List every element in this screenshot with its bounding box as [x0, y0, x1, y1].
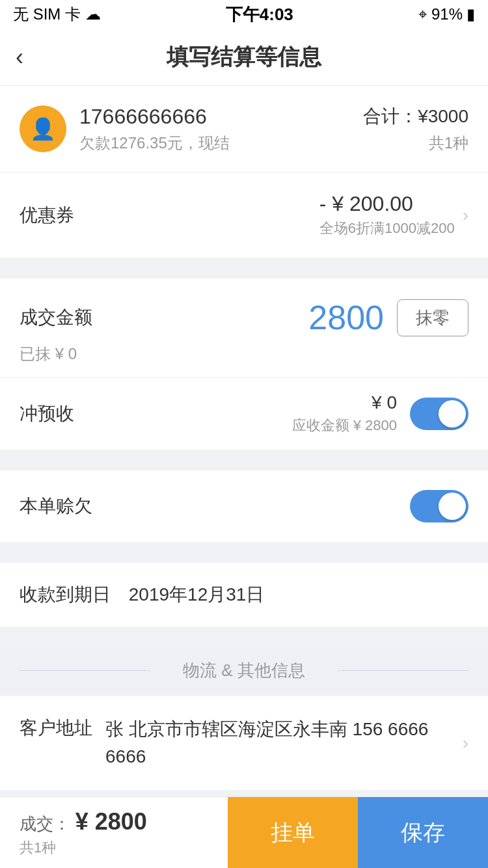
status-bar: 无 SIM 卡 ☁ 下午4:03 ⌖ 91% ▮	[0, 0, 488, 29]
prepaid-subtext: 应收金额 ¥ 2800	[292, 416, 397, 435]
round-button[interactable]: 抹零	[397, 299, 468, 336]
content-area: 👤 17666666666 欠款1276.35元，现结 合计：¥3000 共1种…	[0, 86, 488, 868]
customer-total: 合计：¥3000	[363, 104, 468, 129]
coupon-right: - ¥ 200.00 全场6折满1000减200 ›	[319, 192, 468, 238]
bottom-summary: 成交： ¥ 2800 共1种	[0, 808, 228, 858]
address-card: 客户地址 张 北京市市辖区海淀区永丰南 156 6666 6666 ›	[0, 696, 488, 790]
debt-toggle[interactable]	[410, 490, 468, 522]
prepaid-label: 冲预收	[20, 401, 74, 426]
customer-right: 合计：¥3000 共1种	[363, 104, 468, 154]
section-header: 物流 & 其他信息	[0, 647, 488, 694]
coupon-row[interactable]: 优惠券 - ¥ 200.00 全场6折满1000减200 ›	[0, 172, 488, 258]
coupon-label: 优惠券	[20, 203, 74, 228]
debt-label: 本单赊欠	[20, 494, 92, 519]
section-line-left	[20, 670, 150, 671]
address-row[interactable]: 客户地址 张 北京市市辖区海淀区永丰南 156 6666 6666 ›	[0, 696, 488, 790]
divider-4	[0, 637, 488, 647]
duedate-card: 收款到期日 2019年12月31日	[0, 563, 488, 627]
customer-subtext: 欠款1276.35元，现结	[79, 133, 230, 154]
duedate-label: 收款到期日	[20, 584, 111, 604]
status-bar-left: 无 SIM 卡 ☁	[13, 4, 101, 25]
bottom-deal-amount: ¥ 2800	[75, 808, 147, 835]
chevron-right-icon: ›	[463, 205, 468, 226]
address-value: 张 北京市市辖区海淀区永丰南 156 6666 6666	[105, 716, 450, 770]
customer-row: 👤 17666666666 欠款1276.35元，现结 合计：¥3000 共1种	[0, 86, 488, 172]
back-button[interactable]: ‹	[16, 44, 23, 71]
nav-bar: ‹ 填写结算等信息	[0, 29, 488, 86]
avatar: 👤	[20, 105, 66, 152]
bottom-deal-row: 成交： ¥ 2800	[20, 808, 208, 835]
location-icon: ⌖	[418, 5, 427, 23]
coupon-description: 全场6折满1000减200	[319, 219, 455, 238]
debt-row: 本单赊欠	[0, 470, 488, 542]
page-title: 填写结算等信息	[167, 42, 321, 72]
customer-card: 👤 17666666666 欠款1276.35元，现结 合计：¥3000 共1种…	[0, 86, 488, 258]
status-bar-right: ⌖ 91% ▮	[418, 5, 475, 23]
bottom-deal-count: 共1种	[20, 838, 208, 858]
customer-phone: 17666666666	[79, 105, 230, 129]
prepaid-row: 冲预收 ¥ 0 应收金额 ¥ 2800	[0, 377, 488, 450]
battery-icon: ▮	[467, 5, 475, 23]
divider-1	[0, 268, 488, 278]
amount-row: 成交金额 2800 抹零	[0, 278, 488, 344]
duedate-row: 收款到期日 2019年12月31日	[0, 563, 488, 627]
prepaid-toggle[interactable]	[410, 398, 468, 430]
prepaid-right: ¥ 0 应收金额 ¥ 2800	[292, 392, 468, 435]
deal-amount-card: 成交金额 2800 抹零 已抹 ¥ 0 冲预收 ¥ 0 应收金额 ¥ 2800	[0, 278, 488, 450]
save-button[interactable]: 保存	[358, 797, 488, 869]
prepaid-amount: ¥ 0 应收金额 ¥ 2800	[292, 392, 397, 435]
coupon-discount: - ¥ 200.00	[319, 192, 455, 216]
battery-text: 91%	[431, 5, 463, 23]
deal-amount-label: 成交金额	[20, 305, 92, 330]
coupon-info: - ¥ 200.00 全场6折满1000减200	[319, 192, 455, 238]
customer-info: 17666666666 欠款1276.35元，现结	[79, 105, 230, 154]
debt-card: 本单赊欠	[0, 470, 488, 542]
bottom-bar: 成交： ¥ 2800 共1种 挂单 保存	[0, 796, 488, 868]
bottom-deal-label: 成交：	[20, 814, 70, 834]
address-chevron-icon: ›	[463, 733, 468, 753]
section-line-right	[338, 670, 468, 671]
section-header-text: 物流 & 其他信息	[183, 659, 305, 682]
customer-count: 共1种	[363, 133, 468, 154]
deal-amount-value: 2800	[308, 298, 384, 337]
prepaid-amount-value: ¥ 0	[292, 392, 397, 413]
duedate-value: 2019年12月31日	[129, 584, 265, 604]
hold-button[interactable]: 挂单	[228, 797, 358, 869]
status-bar-time: 下午4:03	[226, 3, 293, 26]
customer-left: 👤 17666666666 欠款1276.35元，现结	[20, 105, 230, 154]
amount-sub: 已抹 ¥ 0	[0, 344, 488, 377]
divider-3	[0, 552, 488, 563]
address-label: 客户地址	[20, 716, 92, 740]
divider-2	[0, 460, 488, 470]
avatar-icon: 👤	[30, 116, 56, 141]
sim-text: 无 SIM 卡 ☁	[13, 4, 101, 25]
